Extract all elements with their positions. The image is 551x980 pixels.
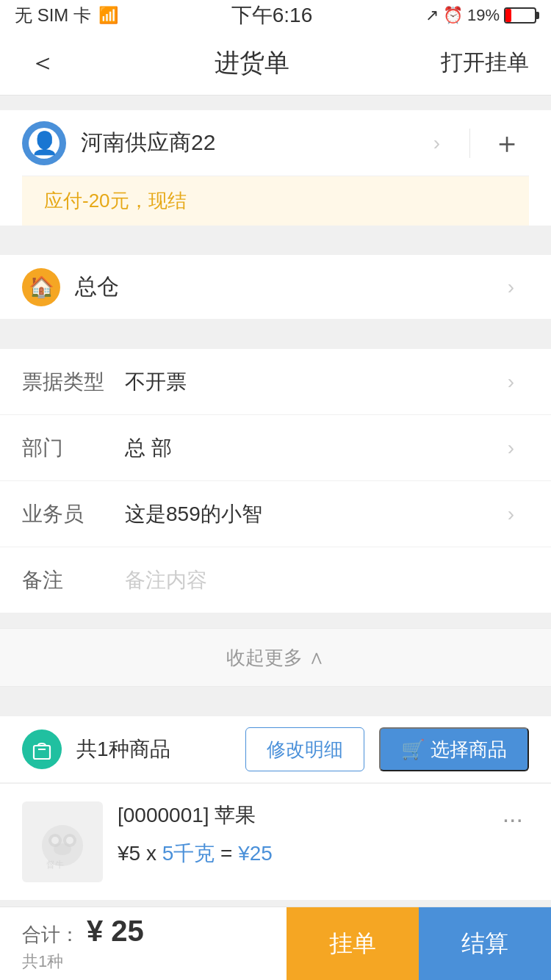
section-gap-4 (0, 687, 551, 702)
product-card: 督牛 [0000001] 苹果 ¥5 x 5千克 = ¥25 ··· (0, 784, 551, 900)
open-hang-button[interactable]: 打开挂单 (441, 48, 529, 78)
svg-point-6 (66, 837, 73, 844)
quantity: 5千克 (162, 842, 215, 865)
avatar-inner: 👤 (29, 128, 60, 159)
svg-text:督牛: 督牛 (46, 860, 64, 870)
dept-label: 部门 (22, 434, 110, 462)
invoice-label: 票据类型 (22, 368, 110, 396)
supplier-row[interactable]: 👤 河南供应商22 › ＋ (22, 110, 529, 176)
invoice-chevron-icon: › (508, 370, 514, 394)
status-right: ↗ ⏰ 19% (425, 6, 536, 25)
page-title: 进货单 (215, 46, 289, 80)
time-label: 下午6:16 (231, 1, 313, 29)
svg-point-5 (51, 837, 59, 844)
total-section: 合计： ¥ 25 共1种 (0, 907, 287, 980)
product-price: ¥5 x 5千克 = ¥25 (118, 840, 482, 868)
svg-point-7 (54, 843, 71, 855)
product-info: [0000001] 苹果 ¥5 x 5千克 = ¥25 (118, 801, 482, 868)
bottom-bar: 合计： ¥ 25 共1种 挂单 结算 (0, 907, 551, 980)
warehouse-section: 🏠 总仓 › (0, 255, 551, 320)
carrier-label: 无 SIM 卡 (15, 4, 91, 27)
supplier-section: 👤 河南供应商22 › ＋ 应付-20元，现结 (0, 110, 551, 226)
product-thumbnail: 督牛 (22, 801, 103, 882)
supplier-name: 河南供应商22 (81, 128, 433, 158)
battery-percent: 19% (467, 6, 500, 25)
product-code: [0000001] (118, 804, 209, 826)
supplier-avatar: 👤 (22, 121, 66, 165)
multiply-sign: x (146, 842, 162, 865)
total-sub: 共1种 (22, 951, 264, 973)
staff-chevron-icon: › (508, 502, 514, 526)
section-gap-1 (0, 96, 551, 110)
supplier-chevron-icon: › (433, 131, 440, 155)
total-line: 合计： ¥ 25 (22, 915, 264, 948)
add-supplier-button[interactable]: ＋ (485, 119, 529, 167)
warehouse-icon: 🏠 (22, 268, 60, 306)
warehouse-name: 总仓 (75, 272, 508, 302)
edit-detail-button[interactable]: 修改明细 (245, 727, 364, 771)
vertical-divider (469, 129, 470, 158)
product-title-text: 苹果 (215, 804, 256, 826)
status-bar: 无 SIM 卡 📶 下午6:16 ↗ ⏰ 19% (0, 0, 551, 31)
warehouse-chevron-icon: › (508, 275, 514, 299)
hang-button[interactable]: 挂单 (287, 907, 419, 980)
invoice-value: 不开票 (110, 368, 508, 396)
unit-price: ¥5 (118, 842, 140, 865)
select-product-label: 选择商品 (431, 737, 507, 763)
section-gap-2 (0, 226, 551, 240)
collapse-bar[interactable]: 收起更多 ∧ (0, 628, 551, 687)
staff-row[interactable]: 业务员 这是859的小智 › (0, 481, 551, 547)
remark-label: 备注 (22, 566, 110, 594)
product-header: 共1种商品 修改明细 🛒 选择商品 (0, 716, 551, 782)
alarm-icon: ⏰ (443, 6, 463, 25)
back-button[interactable]: ＜ (22, 37, 63, 88)
battery-icon (504, 7, 536, 24)
supplier-notice: 应付-20元，现结 (22, 176, 529, 226)
total-label: 合计： (22, 922, 79, 948)
product-menu-button[interactable]: ··· (497, 801, 529, 836)
product-icon (22, 729, 62, 769)
remark-input[interactable]: 备注内容 (110, 566, 529, 594)
dept-value: 总 部 (110, 434, 508, 462)
staff-value: 这是859的小智 (110, 500, 508, 528)
checkout-label: 结算 (461, 928, 508, 960)
equals-sign: = (220, 842, 238, 865)
select-product-button[interactable]: 🛒 选择商品 (379, 727, 529, 771)
dept-row[interactable]: 部门 总 部 › (0, 415, 551, 481)
section-gap-3 (0, 320, 551, 334)
svg-rect-0 (34, 746, 50, 759)
line-total: ¥25 (238, 842, 273, 865)
invoice-row[interactable]: 票据类型 不开票 › (0, 349, 551, 415)
warehouse-row[interactable]: 🏠 总仓 › (0, 255, 551, 320)
product-name: [0000001] 苹果 (118, 801, 482, 829)
hang-label: 挂单 (329, 928, 376, 960)
product-count: 共1种商品 (76, 735, 231, 763)
total-amount: ¥ 25 (87, 915, 144, 948)
nav-bar: ＜ 进货单 打开挂单 (0, 31, 551, 96)
location-icon: ↗ (425, 6, 439, 25)
collapse-label: 收起更多 ∧ (226, 645, 324, 671)
battery-fill (505, 9, 511, 22)
person-icon: 👤 (31, 130, 58, 156)
dept-chevron-icon: › (508, 436, 514, 460)
staff-label: 业务员 (22, 500, 110, 528)
remark-row[interactable]: 备注 备注内容 (0, 547, 551, 613)
cart-icon: 🛒 (401, 738, 425, 761)
status-left: 无 SIM 卡 📶 (15, 4, 118, 27)
form-section: 票据类型 不开票 › 部门 总 部 › 业务员 这是859的小智 › 备注 备注… (0, 349, 551, 613)
checkout-button[interactable]: 结算 (419, 907, 551, 980)
wifi-icon: 📶 (98, 6, 118, 25)
